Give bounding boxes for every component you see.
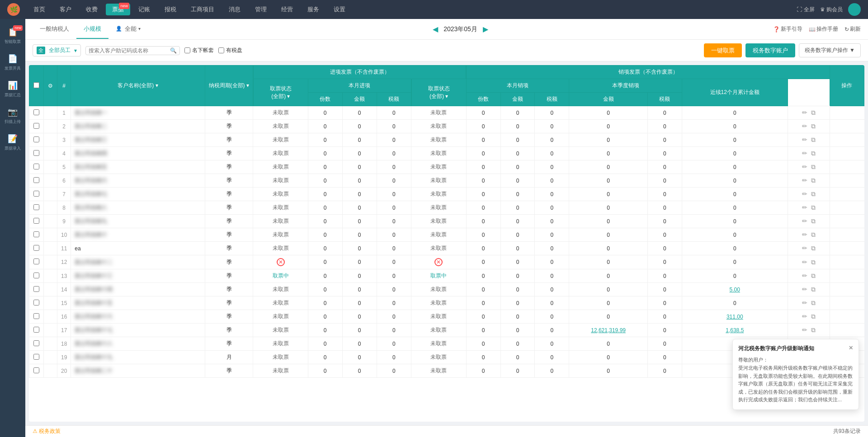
has-tax-checkbox[interactable]: 有税盘 (218, 47, 242, 54)
nav-message[interactable]: 消息 (222, 4, 247, 15)
notify-close-button[interactable]: ✕ (849, 345, 853, 352)
copy-icon[interactable]: ⧉ (811, 286, 816, 293)
edit-icon[interactable]: ✏ (802, 286, 807, 293)
edit-icon[interactable]: ✏ (802, 313, 807, 320)
copy-icon[interactable]: ⧉ (811, 313, 816, 320)
sidebar-item-smart-ticket[interactable]: 📋 智能取票 new (0, 23, 25, 48)
copy-icon[interactable]: ⧉ (811, 177, 816, 184)
member-button[interactable]: ♛ 购会员 (820, 6, 843, 14)
copy-icon[interactable]: ⧉ (811, 122, 816, 130)
edit-icon[interactable]: ✏ (802, 136, 807, 143)
edit-icon[interactable]: ✏ (802, 163, 807, 170)
nav-accounting[interactable]: 记账 (132, 4, 156, 15)
nav-home[interactable]: 首页 (27, 4, 52, 15)
status-error-out-icon[interactable]: ✕ (434, 258, 443, 266)
edit-icon[interactable]: ✏ (802, 231, 807, 238)
edit-icon[interactable]: ✏ (802, 204, 807, 211)
manual-button[interactable]: 📖 操作手册 (809, 25, 838, 33)
row-checkbox[interactable] (33, 136, 39, 142)
row-checkbox[interactable] (33, 191, 39, 197)
tab-small-scale[interactable]: 小规模 (76, 20, 108, 39)
copy-icon[interactable]: ⧉ (811, 163, 816, 170)
nav-tax[interactable]: 报税 (158, 4, 183, 15)
fullscreen-button[interactable]: ⛶ 全屏 (797, 6, 814, 14)
edit-icon[interactable]: ✏ (802, 190, 807, 197)
copy-icon[interactable]: ⧉ (811, 190, 816, 197)
row-checkbox[interactable] (33, 177, 39, 183)
th-customer-name[interactable]: 客户名称(全部) ▾ (71, 66, 205, 106)
edit-icon[interactable]: ✏ (802, 272, 807, 279)
copy-icon[interactable]: ⧉ (811, 299, 816, 306)
row-checkbox[interactable] (33, 109, 39, 115)
row-checkbox[interactable] (33, 354, 39, 360)
sub-ledger-input[interactable] (184, 47, 190, 53)
row-checkbox[interactable] (33, 150, 39, 156)
edit-icon[interactable]: ✏ (802, 326, 807, 334)
row-checkbox[interactable] (33, 273, 39, 278)
row-checkbox[interactable] (33, 218, 39, 224)
search-input[interactable] (89, 47, 170, 54)
nav-commerce[interactable]: 工商项目 (184, 4, 221, 15)
row-checkbox[interactable] (33, 204, 39, 210)
edit-icon[interactable]: ✏ (802, 244, 807, 252)
row-checkbox[interactable] (33, 286, 39, 292)
tab-general-taxpayer[interactable]: 一般纳税人 (33, 20, 76, 39)
copy-icon[interactable]: ⧉ (811, 258, 816, 266)
refresh-button[interactable]: ↻ 刷新 (844, 25, 861, 33)
date-next-button[interactable]: ▶ (483, 25, 488, 33)
row-checkbox[interactable] (33, 258, 39, 264)
sidebar-item-record[interactable]: 📝 票据录入 (0, 130, 25, 155)
row-checkbox[interactable] (33, 340, 39, 346)
copy-icon[interactable]: ⧉ (811, 109, 816, 116)
quarter-amount-link[interactable]: 12,621,319.99 (591, 327, 626, 334)
row-checkbox[interactable] (33, 300, 39, 305)
date-prev-button[interactable]: ◀ (433, 25, 438, 33)
year-total-link[interactable]: 311.00 (726, 314, 743, 320)
copy-icon[interactable]: ⧉ (811, 150, 816, 157)
edit-icon[interactable]: ✏ (802, 150, 807, 157)
row-checkbox[interactable] (33, 367, 39, 373)
copy-icon[interactable]: ⧉ (811, 326, 816, 334)
copy-icon[interactable]: ⧉ (811, 272, 816, 279)
select-all-checkbox[interactable] (33, 82, 39, 88)
th-in-status[interactable]: 取票状态(全部) ▾ (253, 79, 308, 106)
nav-operation[interactable]: 经营 (275, 4, 299, 15)
user-avatar[interactable] (848, 3, 861, 16)
edit-icon[interactable]: ✏ (802, 299, 807, 306)
policy-link[interactable]: ⚠ 税务政策 (33, 428, 61, 435)
nav-manage[interactable]: 管理 (249, 4, 273, 15)
nav-billing[interactable]: 收费 (80, 4, 104, 15)
edit-icon[interactable]: ✏ (802, 217, 807, 225)
settings-icon[interactable]: ⚙ (48, 83, 53, 89)
edit-icon[interactable]: ✏ (802, 177, 807, 184)
has-tax-input[interactable] (218, 47, 224, 53)
sub-ledger-checkbox[interactable]: 名下帐套 (184, 47, 214, 54)
nav-service[interactable]: 服务 (301, 4, 326, 15)
th-tax-period[interactable]: 纳税周期(全部) ▾ (205, 66, 253, 106)
search-icon[interactable]: 🔍 (170, 47, 177, 54)
tax-digital-button[interactable]: 税务数字账户 (745, 43, 795, 57)
copy-icon[interactable]: ⧉ (811, 244, 816, 252)
status-error-icon[interactable]: ✕ (277, 258, 285, 266)
tab-all[interactable]: 👤 全能 ▾ (108, 20, 148, 39)
nav-invoice[interactable]: 票据 new (106, 4, 130, 15)
row-checkbox[interactable] (33, 231, 39, 237)
th-out-status[interactable]: 取票状态(全部) ▾ (411, 79, 466, 106)
copy-icon[interactable]: ⧉ (811, 217, 816, 225)
edit-icon[interactable]: ✏ (802, 258, 807, 266)
tax-operation-button[interactable]: 税务数字账户操作 ▼ (799, 43, 861, 57)
sidebar-item-summary[interactable]: 📊 票据汇总 (0, 77, 25, 102)
guide-button[interactable]: ❓ 新手引导 (773, 25, 802, 33)
edit-icon[interactable]: ✏ (802, 109, 807, 116)
nav-customer[interactable]: 客户 (53, 4, 78, 15)
employee-select[interactable]: 全 全部员工 ▾ (33, 44, 81, 56)
year-total-link[interactable]: 1,638.5 (726, 327, 744, 334)
sidebar-item-scan[interactable]: 📷 扫描上传 (0, 103, 25, 128)
sidebar-item-invoice-open[interactable]: 📄 发票开具 (0, 50, 25, 75)
one-key-tax-button[interactable]: 一键取票 (704, 43, 742, 57)
row-checkbox[interactable] (33, 123, 39, 129)
row-checkbox[interactable] (33, 313, 39, 319)
year-total-link[interactable]: 5.00 (730, 287, 740, 293)
row-checkbox[interactable] (33, 164, 39, 169)
edit-icon[interactable]: ✏ (802, 122, 807, 130)
